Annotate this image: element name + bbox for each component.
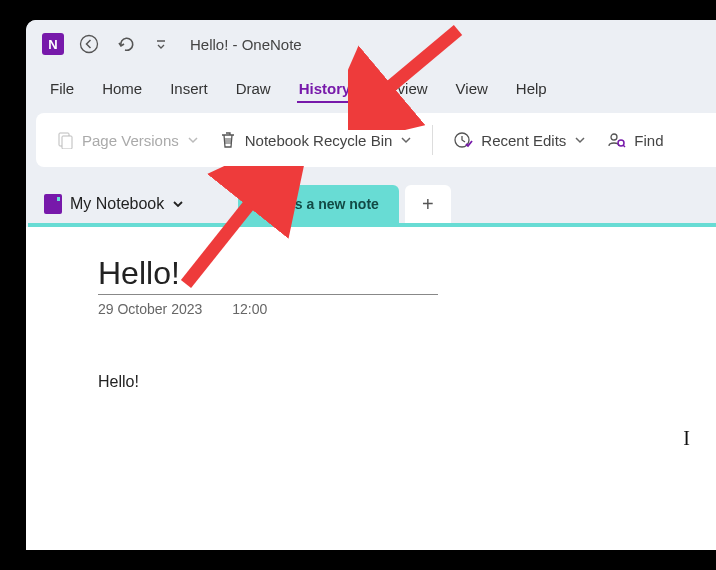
notebook-name: My Notebook	[70, 195, 164, 213]
menubar: File Home Insert Draw History Review Vie…	[26, 68, 716, 109]
menu-file[interactable]: File	[48, 76, 76, 103]
ribbon: Page Versions Notebook Recycle Bin Recen…	[36, 113, 716, 167]
text-cursor-icon: I	[683, 427, 690, 450]
onenote-window: N Hello! - OneNote File Home Insert Draw…	[26, 20, 716, 550]
recent-edits-button[interactable]: Recent Edits	[447, 126, 592, 154]
person-search-icon	[606, 130, 626, 150]
menu-insert[interactable]: Insert	[168, 76, 210, 103]
back-button[interactable]	[78, 33, 100, 55]
notebook-icon	[44, 194, 62, 214]
ribbon-separator	[432, 125, 433, 155]
menu-help[interactable]: Help	[514, 76, 549, 103]
clock-check-icon	[453, 130, 473, 150]
menu-view[interactable]: View	[454, 76, 490, 103]
menu-home[interactable]: Home	[100, 76, 144, 103]
app-icon: N	[42, 33, 64, 55]
svg-point-0	[81, 36, 98, 53]
page-versions-icon	[56, 131, 74, 149]
svg-rect-2	[62, 136, 72, 149]
find-button[interactable]: Find	[600, 126, 669, 154]
app-icon-letter: N	[48, 37, 57, 52]
menu-history[interactable]: History	[297, 76, 353, 103]
add-section-button[interactable]: +	[405, 185, 451, 223]
undo-button[interactable]	[114, 33, 136, 55]
qat-customize[interactable]	[150, 33, 172, 55]
note-page[interactable]: Hello! 29 October 2023 12:00 Hello! I	[26, 227, 716, 550]
chevron-down-icon	[172, 198, 184, 210]
recent-edits-label: Recent Edits	[481, 132, 566, 149]
chevron-down-icon	[400, 134, 412, 146]
page-title[interactable]: Hello!	[98, 255, 438, 295]
tab-strip: This is a new note +	[238, 185, 451, 223]
find-label: Find	[634, 132, 663, 149]
section-tab-label: This is a new note	[258, 196, 379, 212]
window-title: Hello! - OneNote	[190, 36, 302, 53]
chevron-down-icon	[574, 134, 586, 146]
page-versions-button[interactable]: Page Versions	[50, 127, 205, 153]
notebook-bar: My Notebook This is a new note +	[26, 185, 716, 223]
section-tab-active[interactable]: This is a new note	[238, 185, 399, 223]
chevron-down-icon	[187, 134, 199, 146]
svg-point-4	[611, 134, 617, 140]
recycle-bin-label: Notebook Recycle Bin	[245, 132, 393, 149]
notebook-selector[interactable]: My Notebook	[26, 194, 202, 214]
titlebar: N Hello! - OneNote	[26, 20, 716, 68]
page-date: 29 October 2023	[98, 301, 202, 317]
menu-review[interactable]: Review	[376, 76, 429, 103]
page-body[interactable]: Hello!	[98, 373, 644, 391]
trash-icon	[219, 130, 237, 150]
page-versions-label: Page Versions	[82, 132, 179, 149]
recycle-bin-button[interactable]: Notebook Recycle Bin	[213, 126, 419, 154]
page-meta: 29 October 2023 12:00	[98, 301, 644, 317]
page-time: 12:00	[232, 301, 267, 317]
menu-draw[interactable]: Draw	[234, 76, 273, 103]
